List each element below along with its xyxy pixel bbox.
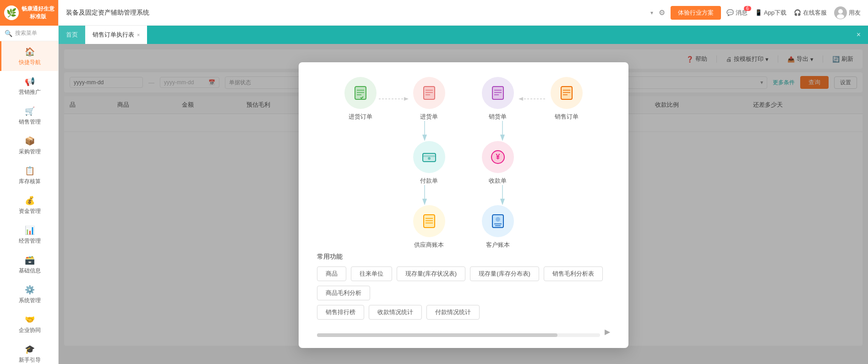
receipt-circle: ¥ [482,141,514,173]
svg-point-49 [496,217,500,222]
flow-supplier-ledger-wrapper: 供应商账本 [413,205,445,249]
sidebar-item-finance[interactable]: 💰 资金管理 [0,190,58,220]
svg-text:¥: ¥ [496,153,500,161]
tab-close-button[interactable]: × [849,31,868,39]
modal-scrollbar [317,333,600,337]
sidebar-item-sales[interactable]: 🛒 销售管理 [0,101,58,130]
sidebar: 🌿 畅康通好生意 标准版 🔍 搜索菜单 🏠 快捷导航 📢 营销推广 🛒 [0,0,59,364]
svg-marker-41 [500,135,505,141]
svg-marker-16 [422,135,427,141]
flow-purchase-section: 进货订单 进货单 [344,77,445,249]
sales-row1: 销货单 销售订单 [482,77,583,121]
flow-payment[interactable]: 付款单 [413,141,445,185]
connector-v2 [420,185,429,205]
flow-customer-ledger-wrapper: 客户账本 [482,205,514,249]
sales-label: 销售管理 [19,118,41,126]
func-btn-goods[interactable]: 商品 [317,266,346,281]
system-icon: ⚙️ [25,285,35,295]
customer-ledger-label: 客户账本 [486,241,510,249]
service-icon: 🎧 [794,9,801,16]
flow-receipt[interactable]: ¥ 收款单 [482,141,514,185]
basic-icon: 🗃️ [25,255,35,265]
svg-marker-34 [519,97,523,101]
func-buttons-row2: 销售排行榜 收款情况统计 付款情况统计 [317,305,610,320]
scroll-right-arrow[interactable]: ▶ [605,327,610,336]
search-text: 搜索菜单 [15,29,37,37]
payment-circle [413,141,445,173]
func-buttons-row1: 商品 往来单位 现存量(库存状况表) 现存量(库存分布表) 销售毛利分析表 商品… [317,266,610,300]
purchase-label: 采购管理 [19,148,41,156]
flow-payment-wrapper: 付款单 [413,141,445,185]
flow-supplier-ledger[interactable]: 供应商账本 [413,205,445,249]
system-title: 装备及固定资产辅助管理系统 [66,9,645,17]
basic-label: 基础信息 [19,267,41,275]
marketing-icon: 📢 [25,76,35,87]
func-btn-payment-stats[interactable]: 付款情况统计 [426,305,480,320]
message-action[interactable]: 💬 6 消息 [726,9,748,17]
system-label: 系统管理 [19,297,41,304]
quick-icon: 🏠 [25,47,35,57]
tab-home[interactable]: 首页 [59,26,85,44]
func-btn-goods-margin[interactable]: 商品毛利分析 [317,286,370,300]
receipt-label: 收款单 [489,177,507,185]
topbar-dropdown-icon[interactable]: ▾ [650,10,653,16]
message-icon: 💬 [726,9,734,16]
user-action[interactable]: 用友 [834,6,861,19]
connector-h1 [377,94,413,103]
app-download-action[interactable]: 📱 App下载 [755,9,786,17]
tab-sales-order[interactable]: 销售订单执行表 × [85,26,147,44]
newbie-label: 新手引导 [19,356,41,364]
modal-scrollbar-wrapper: ▶ [317,326,610,337]
svg-rect-35 [561,87,572,99]
flow-purchase-order[interactable]: 进货订单 [344,77,377,121]
sidebar-item-purchase[interactable]: 📦 采购管理 [0,130,58,160]
purchase-bill-label: 进货单 [420,113,438,121]
svg-point-20 [428,157,431,160]
sidebar-search[interactable]: 🔍 搜索菜单 [0,26,58,41]
online-service-label: 在线客服 [803,9,827,17]
finance-icon: 💰 [25,196,35,206]
sidebar-logo: 🌿 畅康通好生意 标准版 [0,0,58,26]
sidebar-item-enterprise[interactable]: 🤝 企业协同 [0,309,58,339]
common-functions: 常用功能 商品 往来单位 现存量(库存状况表) 现存量(库存分布表) 销售毛利分… [317,253,610,320]
svg-rect-19 [423,155,436,157]
gear-icon[interactable]: ⚙ [659,8,665,17]
flow-purchase-bill[interactable]: 进货单 [413,77,445,121]
sidebar-item-newbie[interactable]: 🎓 新手引导 [0,339,58,364]
svg-marker-9 [404,97,409,101]
svg-rect-10 [424,87,435,99]
svg-point-1 [838,9,843,14]
func-btn-partner[interactable]: 往来单位 [351,266,392,281]
supplier-ledger-circle [413,205,445,237]
connector-v1 [420,121,429,141]
online-service-action[interactable]: 🎧 在线客服 [794,9,827,17]
logo-text: 畅康通好生意 标准版 [22,5,55,21]
sales-icon: 🛒 [25,106,35,116]
sidebar-nav: 🏠 快捷导航 📢 营销推广 🛒 销售管理 📦 采购管理 📋 库存核算 💰 [0,41,58,364]
trial-button[interactable]: 体验行业方案 [671,6,721,20]
flow-sales-order[interactable]: 销售订单 [551,77,583,121]
func-btn-sales-margin[interactable]: 销售毛利分析表 [544,266,603,281]
func-btn-stock-status[interactable]: 现存量(库存状况表) [397,266,466,281]
purchase-order-circle [344,77,377,109]
flow-customer-ledger[interactable]: 客户账本 [482,205,514,249]
flow-sales-bill[interactable]: 销货单 [482,77,514,121]
func-btn-sales-rank[interactable]: 销售排行榜 [317,305,364,320]
scrollbar-thumb[interactable] [317,333,557,337]
sidebar-item-system[interactable]: ⚙️ 系统管理 [0,279,58,309]
connector-v4 [498,185,507,205]
sidebar-item-operations[interactable]: 📊 经营管理 [0,220,58,250]
sidebar-item-marketing[interactable]: 📢 营销推广 [0,71,58,101]
enterprise-label: 企业协同 [19,326,41,334]
sidebar-item-basic[interactable]: 🗃️ 基础信息 [0,250,58,279]
sidebar-item-quick[interactable]: 🏠 快捷导航 [0,41,58,71]
sidebar-item-inventory[interactable]: 📋 库存核算 [0,160,58,190]
func-btn-receipt-stats[interactable]: 收款情况统计 [369,305,422,320]
avatar [834,6,847,19]
supplier-ledger-label: 供应商账本 [414,241,444,249]
func-btn-stock-dist[interactable]: 现存量(库存分布表) [470,266,539,281]
tab-close-icon[interactable]: × [137,32,140,38]
purchase-row1: 进货订单 进货单 [344,77,445,121]
marketing-label: 营销推广 [19,88,41,96]
message-badge: 6 [744,6,751,11]
